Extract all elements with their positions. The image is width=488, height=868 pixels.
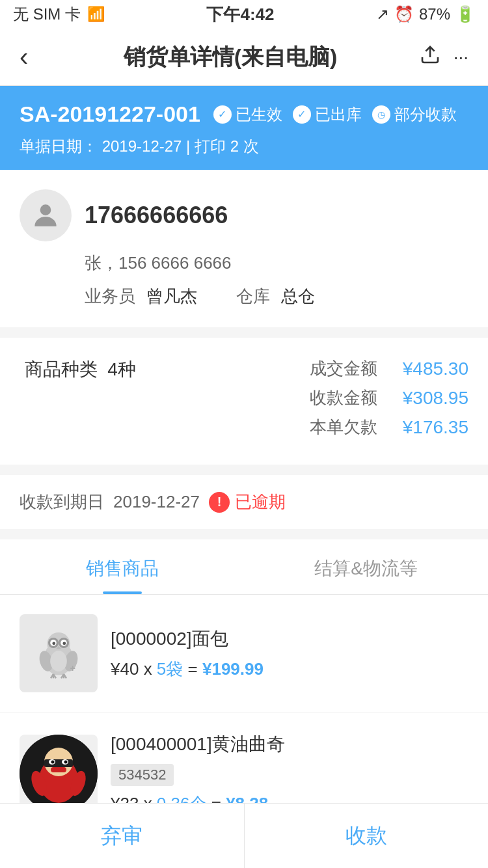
due-section: 收款到期日 2019-12-27 ! 已逾期: [0, 475, 488, 529]
owed-value: ¥176.35: [390, 417, 468, 438]
deal-value: ¥485.30: [390, 359, 468, 379]
owl-image: +: [20, 614, 98, 692]
tabs-row: 销售商品 结算&物流等: [0, 539, 488, 594]
partial-icon: ◷: [372, 105, 390, 124]
product-1-unit-price: ¥40: [111, 659, 139, 679]
product-1-x: x: [144, 659, 157, 679]
back-button[interactable]: ‹: [20, 42, 28, 72]
svg-rect-24: [44, 759, 73, 767]
status-time: 下午4:42: [206, 3, 274, 26]
tabs-section: 销售商品 结算&物流等: [0, 539, 488, 595]
battery-label: 87%: [419, 5, 450, 23]
overdue-label: 已逾期: [235, 491, 286, 513]
category-label: 商品种类: [25, 359, 98, 379]
location-icon: ↗: [376, 5, 389, 23]
sales-info: 业务员 曾凡杰: [85, 285, 197, 308]
status-left: 无 SIM 卡 📶: [13, 4, 105, 25]
svg-point-28: [64, 761, 68, 764]
customer-name: 张，156 6666 6666: [85, 252, 468, 275]
deal-row: 成交金额 ¥485.30: [310, 357, 468, 380]
reject-button[interactable]: 弃审: [0, 804, 245, 868]
collect-button[interactable]: 收款: [245, 804, 489, 868]
products-section: + [0000002]面包 ¥40 x 5袋 = ¥199.99: [0, 595, 488, 835]
customer-row: 17666666666: [20, 189, 468, 241]
owed-row: 本单欠款 ¥176.35: [310, 416, 468, 439]
order-id: SA-20191227-001: [20, 102, 200, 127]
owed-label: 本单欠款: [310, 416, 377, 439]
tab-products[interactable]: 销售商品: [0, 539, 244, 594]
svg-point-1: [40, 204, 51, 215]
date-label: 单据日期：: [20, 137, 98, 155]
received-label: 收款金额: [310, 387, 377, 409]
avatar: [20, 189, 72, 241]
svg-point-27: [51, 761, 55, 764]
tab-products-label: 销售商品: [86, 558, 159, 578]
sales-name: 曾凡杰: [146, 286, 197, 306]
category-value: 4种: [107, 359, 136, 379]
svg-text:+: +: [70, 663, 75, 673]
bottom-bar: 弃审 收款: [0, 803, 488, 868]
alarm-icon: ⏰: [394, 5, 414, 23]
svg-point-8: [52, 642, 55, 645]
badge-effected: ✓ 已生效: [213, 104, 282, 125]
sales-label: 业务员: [85, 286, 135, 306]
nav-bar: ‹ 销货单详情(来自电脑) ···: [0, 29, 488, 86]
badge-shipped: ✓ 已出库: [293, 104, 362, 125]
wifi-icon: 📶: [87, 6, 105, 23]
order-id-row: SA-20191227-001 ✓ 已生效 ✓ 已出库 ◷ 部分收款: [20, 102, 468, 127]
tab-settlement-label: 结算&物流等: [314, 558, 418, 578]
warehouse-info: 仓库 总仓: [236, 285, 315, 308]
more-button[interactable]: ···: [454, 47, 468, 68]
shipped-icon: ✓: [293, 105, 311, 124]
order-date: 单据日期： 2019-12-27 | 打印 2 次: [20, 136, 468, 157]
badge-partial: ◷ 部分收款: [372, 104, 457, 125]
customer-id: 17666666666: [85, 202, 228, 229]
status-right: ↗ ⏰ 87% 🔋: [376, 5, 475, 23]
battery-icon: 🔋: [455, 5, 475, 23]
due-date: 2019-12-27: [113, 492, 200, 512]
collect-label: 收款: [346, 822, 387, 850]
summary-section: 商品种类 4种 成交金额 ¥485.30 收款金额 ¥308.95 本单欠款 ¥…: [0, 338, 488, 465]
partial-label: 部分收款: [394, 104, 457, 125]
overdue-badge: ! 已逾期: [209, 491, 286, 513]
product-1-name: [0000002]面包: [111, 627, 468, 651]
warehouse-label: 仓库: [236, 286, 270, 306]
product-1-qty: 5袋: [157, 659, 183, 679]
share-button[interactable]: [420, 44, 441, 70]
effected-icon: ✓: [213, 105, 232, 124]
product-item: + [0000002]面包 ¥40 x 5袋 = ¥199.99: [0, 595, 488, 712]
customer-meta: 业务员 曾凡杰 仓库 总仓: [85, 285, 468, 308]
page-title: 销货单详情(来自电脑): [41, 42, 419, 72]
tab-settlement[interactable]: 结算&物流等: [244, 539, 488, 594]
overdue-icon: !: [209, 492, 230, 513]
summary-category: 商品种类 4种: [20, 357, 136, 382]
product-1-price: ¥40 x 5袋 = ¥199.99: [111, 658, 468, 681]
svg-point-9: [62, 642, 66, 645]
status-badges: ✓ 已生效 ✓ 已出库 ◷ 部分收款: [213, 104, 457, 125]
reject-label: 弃审: [101, 822, 142, 850]
svg-rect-29: [51, 767, 66, 772]
received-row: 收款金额 ¥308.95: [310, 387, 468, 409]
product-2-thumb: [20, 735, 98, 813]
print-label: | 打印 2 次: [186, 137, 259, 155]
svg-point-13: [50, 651, 67, 671]
due-label: 收款到期日: [20, 491, 104, 513]
order-header: SA-20191227-001 ✓ 已生效 ✓ 已出库 ◷ 部分收款 单据日期：…: [0, 86, 488, 170]
customer-section: 17666666666 张，156 6666 6666 业务员 曾凡杰 仓库 总…: [0, 170, 488, 327]
product-1-thumb: +: [20, 614, 98, 692]
sim-label: 无 SIM 卡: [13, 4, 81, 25]
ninja-image: [20, 735, 98, 813]
received-value: ¥308.95: [390, 388, 468, 409]
status-bar: 无 SIM 卡 📶 下午4:42 ↗ ⏰ 87% 🔋: [0, 0, 488, 29]
summary-amounts: 成交金额 ¥485.30 收款金额 ¥308.95 本单欠款 ¥176.35: [310, 357, 468, 445]
effected-label: 已生效: [236, 104, 282, 125]
deal-label: 成交金额: [310, 357, 377, 380]
product-2-name: [000400001]黄油曲奇: [111, 732, 468, 757]
nav-actions: ···: [420, 44, 468, 70]
warehouse-name: 总仓: [281, 286, 315, 306]
product-1-info: [0000002]面包 ¥40 x 5袋 = ¥199.99: [111, 627, 468, 681]
product-2-sku: 534532: [111, 764, 174, 786]
shipped-label: 已出库: [315, 104, 362, 125]
date-value: 2019-12-27: [102, 137, 182, 155]
product-1-total: ¥199.99: [202, 659, 264, 679]
